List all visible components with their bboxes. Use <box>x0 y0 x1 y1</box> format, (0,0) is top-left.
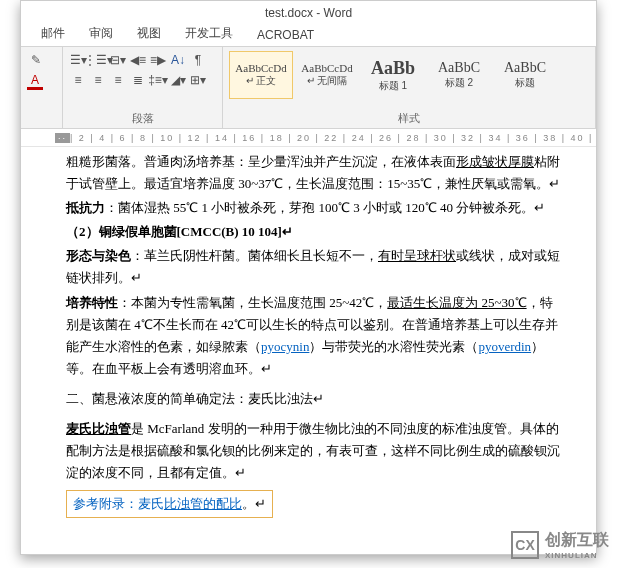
p-appendix: 参考附录：麦氏比浊管的配比。↵ <box>66 490 564 518</box>
paragraph-group: ☰▾ ⋮☰▾ ⊟▾ ◀≡ ≡▶ A↓ ¶ ≡ ≡ ≡ ≣ ‡≡▾ ◢▾ ⊞▾ <box>63 47 223 128</box>
numbered-list-icon[interactable]: ⋮☰▾ <box>89 51 107 69</box>
align-right-icon[interactable]: ≡ <box>109 71 127 89</box>
tab-developer[interactable]: 开发工具 <box>173 21 245 46</box>
p-cut: 粗糙形菌落。普通肉汤培养基：呈少量浑浊并产生沉淀，在液体表面形成皱状厚膜粘附于试… <box>66 151 564 195</box>
format-painter-icon[interactable]: ✎ <box>27 51 45 69</box>
group-spacer <box>27 124 56 126</box>
document-body[interactable]: 粗糙形菌落。普通肉汤培养基：呈少量浑浊并产生沉淀，在液体表面形成皱状厚膜粘附于试… <box>21 147 596 554</box>
watermark-logo: CX <box>511 531 539 559</box>
word-window: test.docx - Word 邮件 审阅 视图 开发工具 ACROBAT ✎… <box>20 0 597 555</box>
p-heading-2: （2）铜绿假单胞菌[CMCC(B) 10 104]↵ <box>66 221 564 243</box>
tab-view[interactable]: 视图 <box>125 21 173 46</box>
styles-label: 样式 <box>229 109 589 126</box>
justify-icon[interactable]: ≣ <box>129 71 147 89</box>
sort-icon[interactable]: A↓ <box>169 51 187 69</box>
appendix-link[interactable]: 参考附录：麦氏 <box>73 496 164 511</box>
show-marks-icon[interactable]: ¶ <box>189 51 207 69</box>
p-morph: 形态与染色：革兰氏阴性杆菌。菌体细长且长短不一，有时呈球杆状或线状，成对或短链状… <box>66 245 564 289</box>
horizontal-ruler[interactable]: ··| 2 | 4 | 6 | 8 | 10 | 12 | 14 | 16 | … <box>21 129 596 147</box>
tab-acrobat[interactable]: ACROBAT <box>245 24 326 46</box>
watermark: CX 创新互联 XINHULIAN <box>511 530 609 560</box>
p-section2: 二、菌悬液浓度的简单确定法：麦氏比浊法↵ <box>66 388 564 410</box>
line-spacing-icon[interactable]: ‡≡▾ <box>149 71 167 89</box>
font-color-icon[interactable]: A <box>27 72 43 90</box>
link-pyocynin[interactable]: pyocynin <box>261 339 309 354</box>
clipboard-group: ✎ A <box>21 47 63 128</box>
styles-group: AaBbCcDd ↵ 正文 AaBbCcDd ↵ 无间隔 AaBb 标题 1 A… <box>223 47 596 128</box>
increase-indent-icon[interactable]: ≡▶ <box>149 51 167 69</box>
p-mcfarland: 麦氏比浊管是 McFarland 发明的一种用于微生物比浊的不同浊度的标准浊度管… <box>66 418 564 484</box>
ribbon: ✎ A ☰▾ ⋮☰▾ ⊟▾ ◀≡ ≡▶ A↓ ¶ ≡ ≡ ≡ <box>21 47 596 129</box>
link-pyoverdin[interactable]: pyoverdin <box>478 339 531 354</box>
window-title: test.docx - Word <box>265 6 352 20</box>
tab-review[interactable]: 审阅 <box>77 21 125 46</box>
p-culture: 培养特性：本菌为专性需氧菌，生长温度范围 25~42℃，最适生长温度为 25~3… <box>66 292 564 380</box>
borders-icon[interactable]: ⊞▾ <box>189 71 207 89</box>
style-title[interactable]: AaBbC 标题 <box>493 51 557 99</box>
tab-mail[interactable]: 邮件 <box>29 21 77 46</box>
style-normal[interactable]: AaBbCcDd ↵ 正文 <box>229 51 293 99</box>
decrease-indent-icon[interactable]: ◀≡ <box>129 51 147 69</box>
p-resist: 抵抗力：菌体湿热 55℃ 1 小时被杀死，芽孢 100℃ 3 小时或 120℃ … <box>66 197 564 219</box>
align-left-icon[interactable]: ≡ <box>69 71 87 89</box>
style-nospacing[interactable]: AaBbCcDd ↵ 无间隔 <box>295 51 359 99</box>
shading-icon[interactable]: ◢▾ <box>169 71 187 89</box>
paragraph-label: 段落 <box>69 109 216 126</box>
align-center-icon[interactable]: ≡ <box>89 71 107 89</box>
multilevel-list-icon[interactable]: ⊟▾ <box>109 51 127 69</box>
watermark-text: 创新互联 XINHULIAN <box>545 530 609 560</box>
ribbon-tabs: 邮件 审阅 视图 开发工具 ACROBAT <box>21 25 596 47</box>
style-heading2[interactable]: AaBbC 标题 2 <box>427 51 491 99</box>
style-heading1[interactable]: AaBb 标题 1 <box>361 51 425 99</box>
styles-gallery: AaBbCcDd ↵ 正文 AaBbCcDd ↵ 无间隔 AaBb 标题 1 A… <box>229 51 589 99</box>
